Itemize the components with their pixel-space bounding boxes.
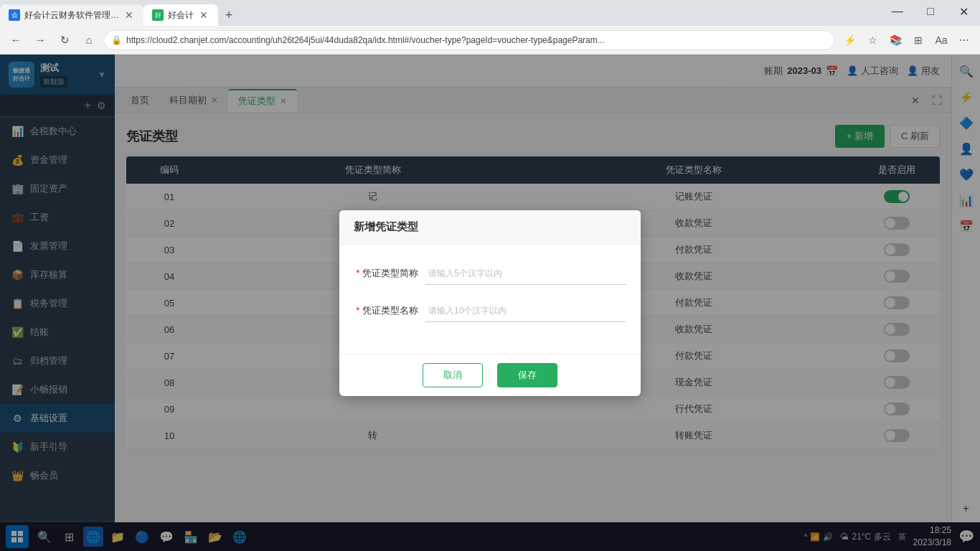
- window-controls: — □ ✕: [881, 0, 980, 26]
- dialog-header: 新增凭证类型: [339, 210, 641, 245]
- maximize-button[interactable]: □: [914, 0, 947, 26]
- address-bar: ← → ↻ ⌂ 🔒 https://cloud2.chanjet.com/acc…: [0, 26, 980, 55]
- tab-close-2[interactable]: ✕: [198, 9, 209, 21]
- full-name-input[interactable]: [425, 299, 626, 322]
- dialog-overlay: 新增凭证类型 凭证类型简称 凭证类型名称 取消 保存: [0, 55, 980, 551]
- url-text: https://cloud2.chanjet.com/accounting/uh…: [126, 35, 827, 45]
- read-button[interactable]: Aa: [931, 30, 951, 50]
- new-tab-button[interactable]: +: [218, 4, 240, 26]
- short-name-input[interactable]: [425, 262, 626, 285]
- more-button[interactable]: ⋯: [954, 30, 974, 50]
- browser-tab-1[interactable]: 会 好会计云财务软件管理系统_会计 ✕: [0, 4, 143, 26]
- lock-icon: 🔒: [111, 35, 122, 45]
- form-row-short: 凭证类型简称: [354, 262, 626, 285]
- tab-favicon-1: 会: [9, 9, 20, 21]
- minimize-button[interactable]: —: [881, 0, 914, 26]
- tab-close-1[interactable]: ✕: [123, 9, 135, 21]
- forward-button[interactable]: →: [30, 30, 50, 50]
- tab-title-1: 好会计云财务软件管理系统_会计: [24, 9, 119, 22]
- dialog-body: 凭证类型简称 凭证类型名称: [339, 245, 641, 354]
- close-button[interactable]: ✕: [947, 0, 980, 26]
- short-name-label: 凭证类型简称: [354, 267, 425, 280]
- browser-actions: ⚡ ☆ 📚 ⊞ Aa ⋯: [839, 30, 974, 50]
- tab-bar: 会 好会计云财务软件管理系统_会计 ✕ 好 好会计 ✕ + — □ ✕: [0, 0, 980, 26]
- extensions-button[interactable]: ⚡: [839, 30, 859, 50]
- collections-button[interactable]: 📚: [885, 30, 905, 50]
- dialog-title: 新增凭证类型: [354, 220, 418, 232]
- browser-chrome: 会 好会计云财务软件管理系统_会计 ✕ 好 好会计 ✕ + — □ ✕ ← → …: [0, 0, 980, 55]
- home-button[interactable]: ⌂: [79, 30, 99, 50]
- tab-title-2: 好会计: [168, 9, 194, 22]
- back-button[interactable]: ←: [6, 30, 26, 50]
- form-row-full: 凭证类型名称: [354, 299, 626, 322]
- url-bar[interactable]: 🔒 https://cloud2.chanjet.com/accounting/…: [103, 30, 835, 50]
- share-button[interactable]: ⊞: [908, 30, 928, 50]
- refresh-button[interactable]: ↻: [55, 30, 75, 50]
- favorites-button[interactable]: ☆: [862, 30, 882, 50]
- dialog: 新增凭证类型 凭证类型简称 凭证类型名称 取消 保存: [339, 210, 641, 396]
- tab-favicon-2: 好: [152, 9, 164, 21]
- dialog-footer: 取消 保存: [339, 354, 641, 396]
- cancel-button[interactable]: 取消: [423, 363, 483, 387]
- browser-tab-2[interactable]: 好 好会计 ✕: [143, 4, 218, 26]
- full-name-label: 凭证类型名称: [354, 304, 425, 317]
- save-button[interactable]: 保存: [497, 363, 557, 387]
